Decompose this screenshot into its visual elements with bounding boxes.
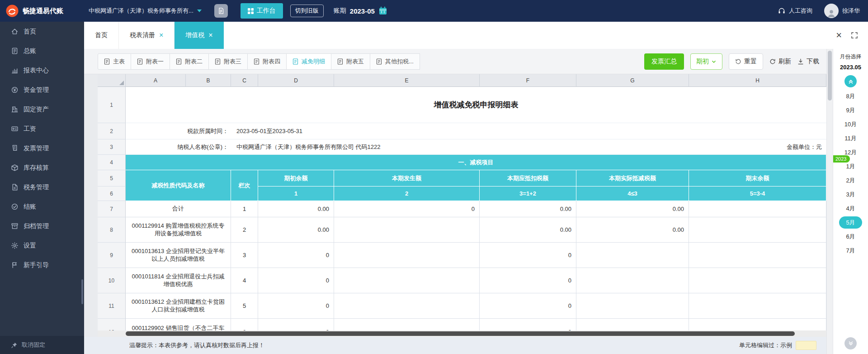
month-item[interactable]: 2月	[833, 173, 868, 187]
reset-button[interactable]: 重置	[729, 53, 763, 70]
sheet-tab-deduction-detail[interactable]: 减免明细	[287, 53, 331, 70]
tab-vat[interactable]: 增值税 ×	[175, 22, 223, 49]
sidebar-item-fixed-assets[interactable]: 固定资产	[0, 100, 84, 119]
sidebar-item-settings[interactable]: 设置	[0, 236, 84, 255]
cell-opening[interactable]: 0	[258, 268, 334, 293]
close-icon[interactable]: ×	[836, 30, 842, 40]
cell-actual[interactable]: 0.00	[576, 217, 689, 243]
sheet-tab-appendix4[interactable]: 附表四	[248, 53, 287, 70]
sheet-tab-appendix1[interactable]: 附表一	[131, 53, 170, 70]
sheet-tab-main[interactable]: 主表	[98, 53, 131, 70]
sidebar-item-closing[interactable]: 结账	[0, 197, 84, 216]
sidebar-item-funds[interactable]: 资金管理	[0, 80, 84, 100]
sheet-title[interactable]: 增值税减免税申报明细表	[126, 87, 826, 123]
unit-cell[interactable]: 金额单位：元	[686, 139, 826, 155]
cell-deductible[interactable]: 0	[480, 293, 576, 319]
cell-opening[interactable]: 0	[258, 243, 334, 268]
cell-current[interactable]: 0	[334, 201, 480, 217]
row-number[interactable]: 5	[98, 170, 126, 187]
avatar[interactable]	[824, 4, 839, 18]
select-all-corner[interactable]	[98, 74, 126, 87]
fullscreen-icon[interactable]	[851, 32, 858, 39]
cell-ending[interactable]	[689, 217, 826, 243]
months-scroll-down-button[interactable]	[844, 337, 857, 349]
sidebar-item-tax[interactable]: 税务管理	[0, 177, 84, 197]
sidebar-item-general-ledger[interactable]: 总账	[0, 41, 84, 61]
column-header[interactable]: G	[576, 74, 689, 87]
row-number[interactable]: 11	[98, 293, 126, 319]
month-item[interactable]: 6月	[833, 230, 868, 244]
document-quick-button[interactable]	[214, 4, 228, 18]
row-number[interactable]: 2	[98, 123, 126, 139]
cell-name[interactable]: 0001013613 企业招用登记失业半年以上人员扣减增值税	[126, 243, 231, 268]
row-number[interactable]: 7	[98, 201, 126, 217]
vertical-scrollbar[interactable]	[826, 49, 833, 354]
cell-actual[interactable]	[576, 243, 689, 268]
cell-ending[interactable]	[689, 293, 826, 319]
sidebar-item-guide[interactable]: 新手引导	[0, 255, 84, 275]
row-number[interactable]: 8	[98, 217, 126, 243]
cell-opening[interactable]: 0	[258, 293, 334, 319]
switch-old-version-button[interactable]: 切到旧版	[290, 5, 324, 17]
refresh-button[interactable]: 刷新	[769, 57, 791, 66]
row-number[interactable]: 3	[98, 139, 126, 155]
unpin-button[interactable]: 取消固定	[0, 336, 84, 354]
opening-period-dropdown[interactable]: 期初	[690, 53, 722, 70]
invoice-summary-button[interactable]: 发票汇总	[644, 53, 684, 70]
cell-opening[interactable]: 0.00	[258, 217, 334, 243]
period-cell-value[interactable]: 2023-05-01至2023-05-31	[231, 123, 826, 139]
column-header[interactable]: D	[258, 74, 334, 87]
calendar-button[interactable]	[378, 6, 387, 15]
month-item[interactable]: 8月	[833, 89, 868, 103]
row-number[interactable]: 10	[98, 268, 126, 293]
cell-actual[interactable]	[576, 268, 689, 293]
cell-index[interactable]: 4	[231, 268, 258, 293]
row-number[interactable]: 1	[98, 87, 126, 123]
sidebar-item-home[interactable]: 首页	[0, 22, 84, 41]
month-item[interactable]: 4月	[833, 201, 868, 215]
cell-deductible[interactable]: 0	[480, 268, 576, 293]
month-item[interactable]: 11月	[833, 131, 868, 145]
sheet-tab-appendix5[interactable]: 附表五	[331, 53, 370, 70]
company-selector[interactable]: 中税网通广泽（天津）税务师事务所有...	[89, 7, 202, 15]
sidebar-item-invoice[interactable]: 发票管理	[0, 139, 84, 158]
cell-current[interactable]	[334, 293, 480, 319]
cell-index[interactable]: 3	[231, 243, 258, 268]
download-button[interactable]: 下载	[797, 57, 819, 66]
cell-actual[interactable]	[576, 293, 689, 319]
column-header[interactable]: E	[334, 74, 480, 87]
months-scroll-up-button[interactable]	[844, 75, 857, 87]
sidebar-scrollbar-thumb[interactable]	[81, 279, 83, 304]
cell-deductible[interactable]: 0.00	[480, 201, 576, 217]
cell-current[interactable]	[334, 217, 480, 243]
month-item[interactable]: 9月	[833, 103, 868, 117]
column-header[interactable]: F	[480, 74, 576, 87]
cell-deductible[interactable]: 0.00	[480, 217, 576, 243]
cell-name[interactable]: 0001013612 企业招用建档立卡贫困人口就业扣减增值税	[126, 293, 231, 319]
column-header[interactable]: B	[186, 74, 231, 87]
row-number[interactable]: 4	[98, 155, 126, 170]
month-item[interactable]: 3月	[833, 187, 868, 201]
sidebar-item-archive[interactable]: 归档管理	[0, 216, 84, 236]
row-number[interactable]: 6	[98, 187, 126, 201]
sheet-tab-other[interactable]: 其他扣税...	[370, 53, 420, 70]
tab-home[interactable]: 首页	[84, 22, 119, 49]
taxpayer-cell-label[interactable]: 纳税人名称(公章)：	[126, 139, 231, 155]
column-header[interactable]: H	[689, 74, 826, 87]
sidebar-item-payroll[interactable]: 工资	[0, 119, 84, 139]
horizontal-scrollbar[interactable]	[98, 330, 826, 337]
period-value[interactable]: 2023-05	[350, 7, 375, 15]
cell-index[interactable]: 2	[231, 217, 258, 243]
cell-opening[interactable]: 0.00	[258, 201, 334, 217]
row-number[interactable]: 9	[98, 243, 126, 268]
cell-name[interactable]: 0001011814 企业招用退役士兵扣减增值税优惠	[126, 268, 231, 293]
horizontal-scrollbar-thumb[interactable]	[126, 331, 795, 336]
sidebar-item-inventory[interactable]: 库存核算	[0, 158, 84, 177]
month-item[interactable]: 7月	[833, 244, 868, 258]
cell-ending[interactable]	[689, 268, 826, 293]
sheet-tab-appendix3[interactable]: 附表三	[209, 53, 248, 70]
cell-ending[interactable]	[689, 243, 826, 268]
tab-close-icon[interactable]: ×	[208, 32, 212, 39]
cell-name[interactable]: 合计	[126, 201, 231, 217]
cell-deductible[interactable]: 0	[480, 243, 576, 268]
